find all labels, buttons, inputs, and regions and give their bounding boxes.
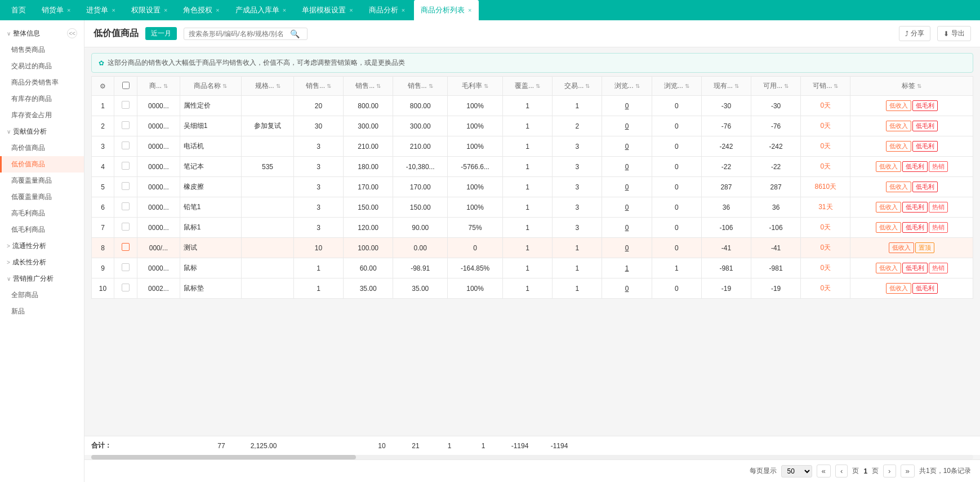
- views1-link[interactable]: 0: [625, 244, 629, 252]
- cell-checkbox[interactable]: [114, 218, 137, 238]
- row-checkbox[interactable]: [122, 263, 130, 271]
- cell-views1[interactable]: 0: [602, 218, 652, 238]
- views1-link[interactable]: 0: [625, 285, 629, 293]
- cell-checkbox[interactable]: [114, 136, 137, 157]
- th-spec[interactable]: 规格...⇅: [242, 77, 294, 96]
- views1-link[interactable]: 1: [625, 264, 629, 272]
- th-views1[interactable]: 浏览...⇅: [602, 77, 652, 96]
- sidebar-group-marketing[interactable]: ∨ 营销推广分析: [0, 271, 84, 287]
- th-sales-amount[interactable]: 销售...⇅: [393, 77, 448, 96]
- views1-link[interactable]: 0: [625, 204, 629, 211]
- nav-sales[interactable]: 销货单 ×: [35, 0, 77, 20]
- sidebar-item-high-margin[interactable]: 高毛利商品: [0, 205, 84, 222]
- sidebar-group-liquidity[interactable]: > 流通性分析: [0, 238, 84, 254]
- close-icon[interactable]: ×: [402, 7, 405, 14]
- row-checkbox[interactable]: [122, 223, 130, 231]
- row-checkbox[interactable]: [122, 162, 130, 170]
- export-button[interactable]: ⬇ 导出: [937, 26, 971, 41]
- close-icon[interactable]: ×: [349, 7, 353, 14]
- nav-permission[interactable]: 权限设置 ×: [124, 0, 174, 20]
- nav-home[interactable]: 首页: [5, 0, 33, 20]
- close-icon[interactable]: ×: [283, 7, 286, 14]
- share-button[interactable]: ⤴ 分享: [899, 26, 930, 41]
- views1-link[interactable]: 0: [625, 224, 629, 232]
- close-icon[interactable]: ×: [67, 7, 70, 14]
- close-icon[interactable]: ×: [216, 7, 219, 14]
- select-all-checkbox[interactable]: [122, 82, 130, 89]
- th-sales-qty[interactable]: 销售...⇅: [293, 77, 343, 96]
- th-gross-margin[interactable]: 毛利率⇅: [448, 77, 503, 96]
- search-icon[interactable]: 🔍: [290, 29, 300, 38]
- th-coverage[interactable]: 覆盖...⇅: [503, 77, 553, 96]
- th-name[interactable]: 商品名称⇅: [180, 77, 241, 96]
- sidebar-item-stock-products[interactable]: 有库存的商品: [0, 91, 84, 107]
- close-icon[interactable]: ×: [164, 7, 167, 14]
- cell-checkbox[interactable]: [114, 177, 137, 197]
- row-checkbox[interactable]: [122, 121, 130, 129]
- cell-checkbox[interactable]: [114, 157, 137, 177]
- views1-link[interactable]: 0: [625, 163, 629, 171]
- views1-link[interactable]: 0: [625, 122, 629, 130]
- th-views2[interactable]: 浏览...⇅: [652, 77, 701, 96]
- sidebar-group-growth[interactable]: > 成长性分析: [0, 254, 84, 271]
- sidebar-item-all-products[interactable]: 全部商品: [0, 287, 84, 303]
- sidebar-item-high-coverage[interactable]: 高覆盖量商品: [0, 173, 84, 189]
- cell-views1[interactable]: 0: [602, 116, 652, 136]
- nav-product-analysis[interactable]: 商品分析 ×: [362, 0, 412, 20]
- views1-link[interactable]: 0: [625, 143, 629, 151]
- search-input[interactable]: [189, 30, 290, 38]
- sidebar-group-overview[interactable]: ∨ 整体信息 <<: [0, 25, 84, 42]
- row-checkbox[interactable]: [122, 101, 130, 109]
- cell-views1[interactable]: 0: [602, 157, 652, 177]
- th-tags[interactable]: 标签⇅: [850, 77, 973, 96]
- next-page-button[interactable]: ›: [883, 465, 896, 477]
- sidebar-item-stock-capital[interactable]: 库存资金占用: [0, 107, 84, 123]
- cell-checkbox[interactable]: [114, 96, 137, 116]
- cell-views1[interactable]: 0: [602, 96, 652, 116]
- sidebar-item-category-rate[interactable]: 商品分类销售率: [0, 74, 84, 91]
- cell-views1[interactable]: 0: [602, 136, 652, 157]
- th-saleable[interactable]: 可销...⇅: [801, 77, 850, 96]
- nav-product-stock[interactable]: 产成品入库单 ×: [229, 0, 293, 20]
- th-sales-price[interactable]: 销售...⇅: [344, 77, 393, 96]
- row-checkbox[interactable]: [122, 182, 130, 190]
- prev-page-button[interactable]: ‹: [835, 465, 848, 477]
- nav-product-analysis-list[interactable]: 商品分析列表 ×: [414, 0, 478, 20]
- cell-views1[interactable]: 0: [602, 197, 652, 218]
- gear-icon[interactable]: ⚙: [100, 82, 106, 90]
- th-available[interactable]: 可用...⇅: [751, 77, 801, 96]
- sidebar-item-low-coverage[interactable]: 低覆盖量商品: [0, 189, 84, 205]
- nav-template[interactable]: 单据模板设置 ×: [295, 0, 359, 20]
- per-page-select[interactable]: 50 20 100: [781, 465, 812, 477]
- views1-link[interactable]: 0: [625, 102, 629, 110]
- cell-views1[interactable]: 1: [602, 258, 652, 278]
- row-checkbox[interactable]: [122, 243, 130, 251]
- collapse-icon[interactable]: <<: [67, 28, 77, 38]
- sidebar-group-contribution[interactable]: ∨ 贡献值分析: [0, 123, 84, 140]
- close-icon[interactable]: ×: [468, 7, 471, 14]
- sidebar-item-new-products[interactable]: 新品: [0, 303, 84, 320]
- sidebar-item-high-value[interactable]: 高价值商品: [0, 140, 84, 156]
- row-checkbox[interactable]: [122, 202, 130, 210]
- last-page-button[interactable]: »: [901, 465, 915, 477]
- sidebar-item-low-margin[interactable]: 低毛利商品: [0, 222, 84, 238]
- cell-checkbox[interactable]: [114, 278, 137, 299]
- cell-checkbox[interactable]: [114, 258, 137, 278]
- th-gear[interactable]: ⚙: [92, 77, 114, 96]
- sidebar-item-sales-products[interactable]: 销售类商品: [0, 42, 84, 58]
- filter-recent-month-button[interactable]: 近一月: [145, 27, 177, 40]
- th-checkbox[interactable]: [114, 77, 137, 96]
- views1-link[interactable]: 0: [625, 183, 629, 191]
- row-checkbox[interactable]: [122, 141, 130, 149]
- close-icon[interactable]: ×: [112, 7, 115, 14]
- cell-checkbox[interactable]: [114, 116, 137, 136]
- nav-purchase[interactable]: 进货单 ×: [79, 0, 122, 20]
- sidebar-item-traded[interactable]: 交易过的商品: [0, 58, 84, 74]
- cell-views1[interactable]: 0: [602, 177, 652, 197]
- row-checkbox[interactable]: [122, 284, 130, 291]
- cell-checkbox[interactable]: [114, 238, 137, 258]
- th-trade[interactable]: 交易...⇅: [553, 77, 602, 96]
- nav-role[interactable]: 角色授权 ×: [176, 0, 226, 20]
- sidebar-item-low-value[interactable]: 低价值商品: [0, 156, 84, 173]
- cell-views1[interactable]: 0: [602, 238, 652, 258]
